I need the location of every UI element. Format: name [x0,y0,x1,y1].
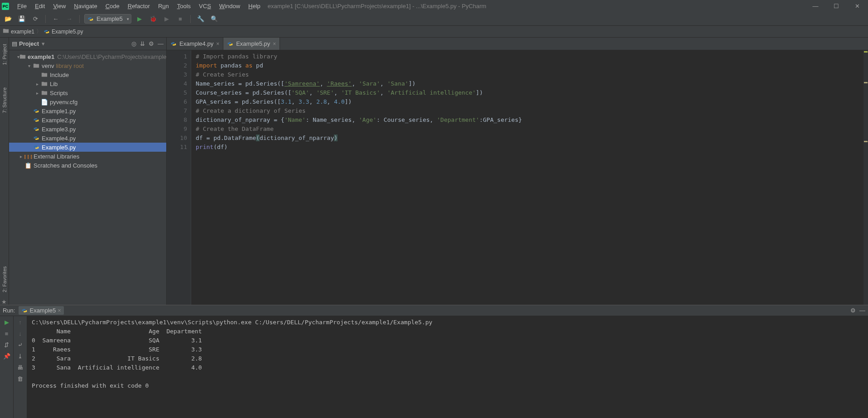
library-icon: ⫿⫿⫿ [24,153,32,160]
breadcrumbs: example1 〉 Example5.py [0,26,868,38]
settings-icon[interactable]: ⚙ [149,40,154,47]
tree-venv[interactable]: ▾ venv library root [9,61,166,70]
run-icon[interactable]: ▶ [134,14,145,24]
dropdown-icon[interactable]: ▾ [42,40,45,47]
settings-icon[interactable]: ⚙ [850,307,856,314]
pin-icon[interactable]: 📌 [3,353,10,360]
tree-external-libraries[interactable]: ▸ ⫿⫿⫿ External Libraries [9,152,166,161]
crumb-label: Example5.py [52,29,83,35]
close-icon[interactable]: × [273,41,276,47]
console-output[interactable]: C:\Users\DELL\PycharmProjects\example1\v… [27,316,868,418]
tree-lib[interactable]: ▸ Lib [9,79,166,88]
folder-icon [41,80,48,87]
star-icon[interactable]: ★ [1,298,8,305]
run-tab[interactable]: Example5 × [19,306,63,315]
tree-pyvenv[interactable]: 📄 pyvenv.cfg [9,97,166,106]
tree-label: venv [42,62,54,69]
up-icon[interactable]: ↑ [19,319,22,326]
scroll-icon[interactable]: ⤓ [18,353,23,360]
menu-vcs[interactable]: VCS [195,1,215,11]
tab-example5[interactable]: Example5.py × [223,38,280,50]
stop-icon[interactable]: ■ [5,330,9,337]
hide-icon[interactable]: — [859,307,865,314]
collapse-icon[interactable]: ⇊ [140,40,145,47]
crumb-label: example1 [11,29,34,35]
run-title: Run: [3,307,15,314]
hide-icon[interactable]: — [158,40,164,47]
back-icon[interactable]: ← [50,14,61,24]
close-icon[interactable]: × [58,307,61,314]
tree-root[interactable]: ▾ example1 C:\Users\DELL\PycharmProjects… [9,52,166,61]
stop-icon[interactable]: ■ [175,14,186,24]
sync-icon[interactable]: ⟳ [30,14,41,24]
wrench-icon[interactable]: 🔧 [195,14,206,24]
tree-example5py[interactable]: Example5.py [9,143,166,152]
chevron-right-icon[interactable]: ▸ [34,91,41,96]
forward-icon[interactable]: → [64,14,75,24]
tree-label: Example5.py [42,144,76,151]
menu-tools[interactable]: Tools [174,1,194,11]
close-icon[interactable]: × [216,41,219,47]
chevron-down-icon[interactable]: ▾ [25,63,33,68]
crumb-file[interactable]: Example5.py [43,29,83,35]
close-button[interactable]: ✕ [848,3,866,10]
debug-icon[interactable]: 🐞 [148,14,159,24]
run-config-label: Example5 [96,15,123,22]
menu-run[interactable]: Run [154,1,173,11]
layout-icon[interactable]: ⇵ [4,341,9,348]
tree-label: Lib [50,81,58,87]
tree-example2py[interactable]: Example2.py [9,115,166,125]
toolwindow-structure-tab[interactable]: 7: Structure [1,85,8,116]
toolwindow-favorites-tab[interactable]: 2: Favorites [1,264,8,295]
app-icon: PC [2,3,9,10]
menu-file[interactable]: File [14,1,30,11]
tree-scripts[interactable]: ▸ Scripts [9,88,166,97]
python-icon [170,41,177,47]
search-icon[interactable]: 🔍 [209,14,220,24]
editor-marker-bar[interactable] [863,50,868,305]
run-config-select[interactable]: Example5 [84,14,131,24]
coverage-icon[interactable]: ▶ [161,14,172,24]
run-header: Run: Example5 × ⚙ — [0,305,868,316]
tab-label: Example4.py [179,40,213,47]
target-icon[interactable]: ◎ [131,40,136,47]
tree-note: library root [56,62,83,69]
python-icon [33,144,40,151]
tree-label: Example3.py [42,126,76,133]
menu-view[interactable]: View [49,1,69,11]
menu-edit[interactable]: Edit [31,1,48,11]
menu-code[interactable]: Code [102,1,123,11]
minimize-button[interactable]: — [806,3,825,10]
tree-label: Scripts [50,90,68,96]
menu-help[interactable]: Help [245,1,264,11]
tree-include[interactable]: Include [9,70,166,79]
tree-example3py[interactable]: Example3.py [9,125,166,134]
crumb-project[interactable]: example1 [3,28,34,35]
wrap-icon[interactable]: ⤶ [18,341,23,348]
menu-refactor[interactable]: Refactor [124,1,154,11]
left-tool-strip: 1: Project 7: Structure 2: Favorites ★ [0,38,9,305]
python-icon [87,16,94,22]
menu-navigate[interactable]: Navigate [70,1,101,11]
tree-scratches[interactable]: 📋 Scratches and Consoles [9,161,166,170]
maximize-button[interactable]: ☐ [827,3,845,10]
open-icon[interactable]: 📂 [3,14,14,24]
rerun-icon[interactable]: ▶ [5,319,9,326]
print-icon[interactable]: 🖶 [17,364,23,371]
window-title: example1 [C:\Users\DELL\PycharmProjects\… [268,3,487,10]
menu-window[interactable]: Window [216,1,244,11]
python-icon [227,41,233,47]
tree-label: Example4.py [42,135,76,142]
down-icon[interactable]: ↓ [19,330,22,337]
tab-example4[interactable]: Example4.py × [167,38,223,50]
toolwindow-project-tab[interactable]: 1: Project [1,41,8,67]
tree-label: External Libraries [34,153,79,160]
editor-code[interactable]: # Import pandas library import pandas as… [191,50,868,154]
chevron-right-icon[interactable]: ▸ [34,82,41,86]
tree-example4py[interactable]: Example4.py [9,134,166,143]
save-icon[interactable]: 💾 [16,14,27,24]
tree-example1py[interactable]: Example1.py [9,106,166,115]
trash-icon[interactable]: 🗑 [17,375,23,382]
editor-body[interactable]: 1 2 3 4 5 6 7 8 9 10 11 # Import pandas … [167,50,868,305]
folder-icon [33,62,40,69]
